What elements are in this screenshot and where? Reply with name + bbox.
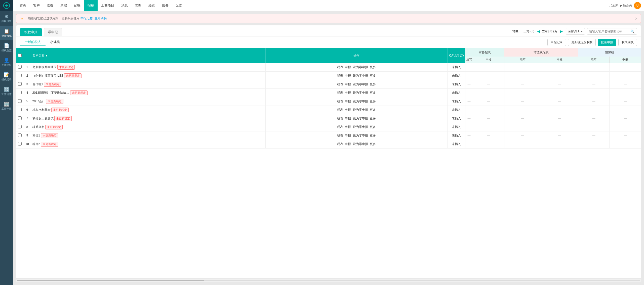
notice-close-button[interactable]: ✕	[635, 17, 638, 21]
nav-billing[interactable]: 收费	[43, 0, 57, 11]
row-checkbox[interactable]	[18, 108, 22, 111]
op-2-button[interactable]: 设为零申报	[353, 125, 368, 129]
row-checkbox[interactable]	[18, 133, 22, 137]
dept-selector[interactable]: 全部员工 ▾	[566, 28, 585, 35]
op-1-button[interactable]: 申报	[345, 134, 351, 137]
piliang-button[interactable]: 批量申报	[598, 39, 616, 46]
nav-clients[interactable]: 客户	[30, 0, 43, 11]
op-3-button[interactable]: 更多	[370, 74, 376, 77]
region-selector[interactable]: 上海 i	[524, 29, 534, 33]
row-name: 2013日记账（不要删除给… 未更新税定	[31, 88, 265, 97]
sidebar-item-personal-tax[interactable]: 👤 个税申报	[0, 55, 13, 69]
select-all-checkbox[interactable]	[18, 54, 22, 57]
search-icon[interactable]: 🔍	[630, 29, 635, 33]
row-add-sub: —	[610, 106, 641, 114]
op-1-button[interactable]: 申报	[345, 91, 351, 94]
gengxin-button[interactable]: 更新税定及取数	[568, 39, 596, 46]
tab-tax-declaration[interactable]: 税款申报	[20, 28, 42, 36]
sidebar-item-business-report[interactable]: 🏢 工商年报	[0, 99, 13, 113]
op-1-button[interactable]: 申报	[345, 125, 351, 129]
op-3-button[interactable]: 更多	[370, 142, 376, 146]
nav-management[interactable]: 管理	[131, 0, 145, 11]
op-0-button[interactable]: 税表	[337, 74, 343, 77]
shoqu-button[interactable]: 收取回执	[618, 39, 637, 46]
op-0-button[interactable]: 税表	[337, 117, 343, 120]
op-1-button[interactable]: 申报	[345, 82, 351, 86]
op-0-button[interactable]: 税表	[337, 134, 343, 137]
op-2-button[interactable]: 设为零申报	[353, 142, 368, 146]
nav-tax[interactable]: 报税	[84, 0, 98, 11]
op-1-button[interactable]: 申报	[345, 117, 351, 120]
nav-messages[interactable]: 消息	[118, 0, 131, 11]
sidebar-item-calc-clear[interactable]: 🔢 汇算清缴	[0, 84, 13, 99]
op-3-button[interactable]: 更多	[370, 125, 376, 129]
subtab-general[interactable]: 一般的税人	[20, 38, 46, 46]
op-3-button[interactable]: 更多	[370, 100, 376, 103]
nav-home[interactable]: 首页	[16, 0, 30, 11]
th-name[interactable]: 客户名称 ▼	[31, 48, 265, 63]
row-name: 2007会计 未更新税定	[31, 97, 265, 106]
sidebar-item-tax-records[interactable]: 📝 报税记录	[0, 69, 13, 84]
op-0-button[interactable]: 税表	[337, 100, 343, 103]
op-3-button[interactable]: 更多	[370, 91, 376, 94]
op-0-button[interactable]: 税表	[337, 91, 343, 94]
row-checkbox[interactable]	[18, 142, 22, 146]
op-1-button[interactable]: 申报	[345, 65, 351, 69]
op-1-button[interactable]: 申报	[345, 100, 351, 103]
row-checkbox[interactable]	[18, 82, 22, 86]
op-0-button[interactable]: 税表	[337, 82, 343, 86]
date-next-button[interactable]: ▶	[559, 29, 564, 34]
fullscreen-button[interactable]: ⛶ 全屏	[609, 3, 618, 8]
search-input[interactable]	[589, 30, 629, 33]
op-2-button[interactable]: 设为零申报	[353, 74, 368, 77]
op-2-button[interactable]: 设为零申报	[353, 91, 368, 94]
shenbaojilu-button[interactable]: 申报记录	[547, 39, 566, 46]
nav-operations[interactable]: 经营	[145, 0, 158, 11]
nav-invoice[interactable]: 票据	[57, 0, 70, 11]
op-2-button[interactable]: 设为零申报	[353, 134, 368, 137]
nav-business[interactable]: 工商项目	[98, 0, 118, 11]
row-add-fill: —	[578, 97, 610, 106]
sidebar-item-tax-settings[interactable]: ⚙ 报税设置	[0, 11, 13, 26]
op-0-button[interactable]: 税表	[337, 125, 343, 129]
nav-accounting[interactable]: 记账	[70, 0, 84, 11]
row-checkbox[interactable]	[18, 99, 22, 103]
op-0-button[interactable]: 税表	[337, 142, 343, 146]
op-1-button[interactable]: 申报	[345, 108, 351, 112]
notice-link2[interactable]: 立即购买	[95, 16, 107, 21]
op-2-button[interactable]: 设为零申报	[353, 82, 368, 86]
op-2-button[interactable]: 设为零申报	[353, 65, 368, 69]
avatar[interactable]: U	[634, 2, 641, 9]
notice-link1[interactable]: 申报汇签	[80, 16, 93, 21]
nav-settings[interactable]: 设置	[172, 0, 186, 11]
row-checkbox[interactable]	[18, 125, 22, 128]
tab-zero-declaration[interactable]: 零申报	[44, 28, 62, 36]
sidebar-item-batch-tax[interactable]: 📋 批量报税	[0, 26, 13, 40]
row-checkbox[interactable]	[18, 116, 22, 120]
nav-services[interactable]: 服务	[158, 0, 172, 11]
row-checkbox[interactable]	[18, 74, 22, 77]
info-icon[interactable]: i	[531, 30, 534, 33]
op-2-button[interactable]: 设为零申报	[353, 108, 368, 112]
op-0-button[interactable]: 税表	[337, 65, 343, 69]
scroll-thumb[interactable]	[17, 280, 204, 281]
op-1-button[interactable]: 申报	[345, 74, 351, 77]
subtab-small-scale[interactable]: 小规模	[46, 38, 64, 46]
ca-info-icon[interactable]: C	[460, 54, 463, 57]
row-checkbox[interactable]	[18, 65, 22, 69]
upgrade-button[interactable]: ▶ 畅会员	[620, 3, 632, 8]
op-1-button[interactable]: 申报	[345, 142, 351, 146]
op-3-button[interactable]: 更多	[370, 108, 376, 112]
op-3-button[interactable]: 更多	[370, 117, 376, 120]
sidebar-item-tax-overview[interactable]: 📄 报税总览	[0, 40, 13, 55]
date-prev-button[interactable]: ◀	[536, 29, 541, 34]
op-0-button[interactable]: 税表	[337, 108, 343, 112]
row-checkbox[interactable]	[18, 91, 22, 94]
op-3-button[interactable]: 更多	[370, 134, 376, 137]
op-2-button[interactable]: 设为零申报	[353, 117, 368, 120]
row-checkbox-cell	[16, 131, 24, 140]
op-3-button[interactable]: 更多	[370, 65, 376, 69]
op-3-button[interactable]: 更多	[370, 82, 376, 86]
horizontal-scrollbar[interactable]	[16, 278, 641, 282]
op-2-button[interactable]: 设为零申报	[353, 100, 368, 103]
